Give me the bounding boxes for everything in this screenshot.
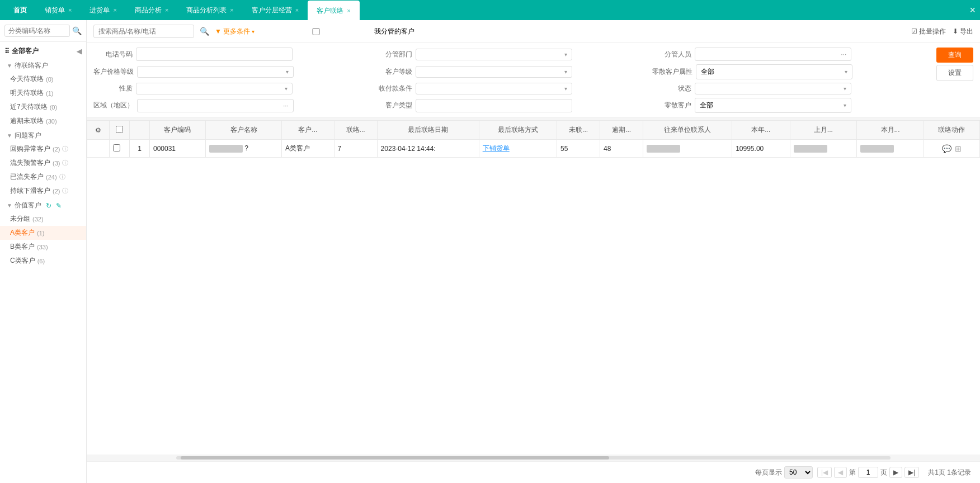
close-purchase-icon[interactable]: × [113, 7, 116, 13]
advanced-filters: 电话号码 分管部门 ▾ 分管人员 [87, 43, 980, 118]
retail-attr-select[interactable]: 全部 ▾ [696, 64, 852, 79]
th-type[interactable]: 客户... [282, 121, 334, 140]
group-problem-customers[interactable]: ▼ 问题客户 [0, 128, 86, 142]
th-code[interactable]: 客户编码 [150, 121, 206, 140]
scrollbar-thumb[interactable] [181, 456, 609, 460]
group-value-customers[interactable]: ▼ 价值客户 ↻ ✎ [0, 198, 86, 212]
query-button[interactable]: 查询 [936, 48, 973, 63]
close-customer-tier-icon[interactable]: × [295, 7, 299, 13]
sidebar-item-repurchase-abnormal[interactable]: 回购异常客户 (2) ⓘ [0, 142, 86, 156]
sidebar-item-tomorrow[interactable]: 明天待联络 (1) [0, 86, 86, 100]
row-contact-count: 7 [334, 140, 377, 158]
prev-page-btn[interactable]: ◀ [834, 467, 847, 478]
region-dots-btn[interactable]: ··· [283, 102, 289, 110]
th-settings[interactable]: ⚙ [87, 121, 110, 140]
export-button[interactable]: ⬇ 导出 [953, 27, 973, 36]
row-checkbox[interactable] [113, 144, 120, 151]
th-contact[interactable]: 联络... [334, 121, 377, 140]
qr-action-btn[interactable]: ⊞ [955, 144, 962, 153]
close-all-button[interactable]: × [969, 4, 976, 16]
row-last-method[interactable]: 下销货单 [479, 140, 557, 158]
settings-button[interactable]: 设置 [936, 65, 973, 81]
th-last-month[interactable]: 上月... [790, 121, 857, 140]
all-customers-header[interactable]: ⠿ 全部客户 ◀ [0, 42, 86, 58]
search-input[interactable] [93, 25, 194, 38]
search-button[interactable]: 🔍 [200, 27, 209, 36]
select-all-checkbox[interactable] [116, 126, 123, 133]
th-last-method-label: 最后联络方式 [498, 126, 538, 134]
row-type: A类客户 [282, 140, 334, 158]
tab-sales[interactable]: 销货单 × [36, 0, 81, 20]
phone-input[interactable] [136, 48, 293, 61]
th-last-contact-method[interactable]: 最后联络方式 [479, 121, 557, 140]
overdue-label: 逾期未联络 [10, 116, 44, 126]
close-sales-icon[interactable]: × [68, 7, 72, 13]
page-input[interactable] [858, 467, 878, 478]
customer-level-arrow-icon: ▾ [564, 69, 567, 75]
sidebar-item-class-b[interactable]: B类客户 (33) [0, 240, 86, 254]
top-nav: 首页 销货单 × 进货单 × 商品分析 × 商品分析列表 × 客户分层经营 × … [0, 0, 980, 20]
sidebar-item-class-a[interactable]: A类客户 (1) [0, 226, 86, 240]
customer-level-select[interactable]: ▾ [416, 66, 572, 78]
tab-home[interactable]: 首页 [4, 0, 36, 20]
sidebar-item-today[interactable]: 今天待联络 (0) [0, 72, 86, 86]
filter-row-4: 区域（地区） ··· 客户类型 零散客户 全部 [93, 98, 932, 113]
per-page-select[interactable]: 50 100 200 [784, 466, 813, 479]
close-goods-analysis-icon[interactable]: × [165, 7, 168, 13]
th-check[interactable] [110, 121, 130, 140]
customer-type-input[interactable] [416, 99, 572, 112]
nature-select[interactable]: ▾ [136, 83, 293, 94]
close-goods-list-icon[interactable]: × [230, 7, 233, 13]
sidebar-item-declining[interactable]: 持续下滑客户 (2) ⓘ [0, 184, 86, 198]
price-level-select[interactable]: ▾ [137, 66, 294, 78]
my-customers-check-input[interactable] [260, 28, 372, 35]
today-label: 今天待联络 [10, 74, 44, 84]
sidebar-item-overdue[interactable]: 逾期未联络 (30) [0, 114, 86, 128]
refresh-icon[interactable]: ↻ [46, 202, 51, 210]
class-a-label: A类客户 [10, 228, 35, 238]
th-this-year[interactable]: 本年... [732, 121, 790, 140]
edit-icon[interactable]: ✎ [56, 202, 62, 210]
pagination-nav: |◀ ◀ 第 页 ▶ ▶| [817, 467, 919, 478]
tab-customer-tier[interactable]: 客户分层经营 × [243, 0, 308, 20]
th-this-month[interactable]: 本月... [857, 121, 924, 140]
manager-dots-btn[interactable]: ··· [841, 50, 846, 58]
sidebar-search-icon[interactable]: 🔍 [72, 26, 82, 35]
sidebar-search-input[interactable] [4, 25, 70, 37]
th-last-contact-date[interactable]: 最后联络日期 [377, 121, 479, 140]
status-label: 状态 [652, 84, 691, 93]
comment-action-btn[interactable]: 💬 [942, 144, 951, 153]
close-customer-contact-icon[interactable]: × [347, 7, 350, 14]
tab-customer-contact[interactable]: 客户联络 × [308, 1, 359, 21]
sidebar-item-7days[interactable]: 近7天待联络 (0) [0, 100, 86, 114]
retail-customer-select[interactable]: 全部 ▾ [695, 98, 851, 113]
th-overdue[interactable]: 逾期... [600, 121, 643, 140]
batch-op-button[interactable]: ☑ 批量操作 [911, 27, 946, 36]
sidebar-item-class-c[interactable]: C类客户 (6) [0, 254, 86, 268]
nature-arrow-icon: ▾ [285, 86, 288, 92]
last-month-blurred [794, 145, 827, 153]
my-customers-checkbox[interactable]: 我分管的客户 [260, 27, 414, 36]
sidebar-item-unclassified[interactable]: 未分组 (32) [0, 212, 86, 226]
tab-goods-analysis[interactable]: 商品分析 × [126, 0, 177, 20]
next-page-btn[interactable]: ▶ [889, 467, 902, 478]
horizontal-scrollbar[interactable] [176, 456, 891, 460]
last-page-btn[interactable]: ▶| [904, 467, 919, 478]
th-name[interactable]: 客户名称 [205, 121, 281, 140]
first-page-btn[interactable]: |◀ [817, 467, 832, 478]
more-filters-button[interactable]: ▼ 更多条件 ▾ [215, 27, 255, 36]
group-pending-contact[interactable]: ▼ 待联络客户 [0, 58, 86, 72]
row-check-cell[interactable] [110, 140, 130, 158]
th-unit-contact[interactable]: 往来单位联系人 [643, 121, 732, 140]
tab-purchase[interactable]: 进货单 × [81, 0, 125, 20]
last-method-link[interactable]: 下销货单 [483, 144, 510, 152]
sidebar-item-churned[interactable]: 已流失客户 (24) ⓘ [0, 170, 86, 184]
group-problem-label: 问题客户 [15, 131, 41, 140]
th-uncontacted[interactable]: 未联... [557, 121, 600, 140]
dept-select[interactable]: ▾ [416, 49, 572, 60]
payment-select[interactable]: ▾ [416, 83, 572, 94]
status-select[interactable]: ▾ [695, 83, 851, 94]
collapse-sidebar-icon[interactable]: ◀ [77, 48, 82, 55]
sidebar-item-churn-warning[interactable]: 流失预警客户 (3) ⓘ [0, 156, 86, 170]
tab-goods-list[interactable]: 商品分析列表 × [177, 0, 242, 20]
